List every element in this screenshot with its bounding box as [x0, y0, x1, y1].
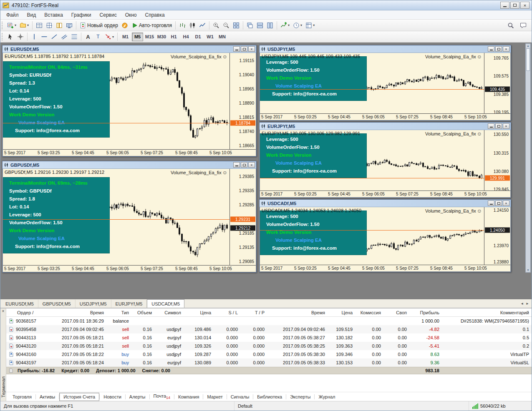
workspace-scrollbar[interactable]: ▲ ▼ — [525, 43, 531, 273]
toolbar-button-cursor[interactable] — [5, 32, 15, 42]
toolbar-button-candle-chart[interactable] — [187, 20, 197, 30]
toolbar-button-indicators[interactable]: ▾ — [279, 20, 291, 30]
toolbar-button-metaeditor[interactable] — [120, 20, 130, 30]
chart-minimize-button[interactable] — [233, 46, 240, 52]
toolbar-button-vertical-line[interactable] — [29, 32, 39, 42]
terminal-tab-Новости[interactable]: Новости — [100, 393, 125, 401]
toolbar-button-trend-line[interactable] — [49, 32, 59, 42]
maximize-button[interactable] — [510, 2, 519, 9]
scroll-down-icon[interactable]: ▼ — [527, 268, 529, 272]
toolbar-button-line-chart[interactable] — [197, 20, 207, 30]
toolbar-button-crosshair[interactable] — [15, 32, 25, 42]
menu-item-Справка[interactable]: Справка — [141, 11, 169, 19]
column-header-13[interactable]: Комментарий — [442, 310, 532, 315]
toolbar-button-zoom-in[interactable] — [211, 20, 221, 30]
terminal-tab-Библиотека[interactable]: Библиотека — [253, 393, 286, 401]
column-header-11[interactable]: Своп — [383, 310, 409, 315]
chart-tab-USDJPYf,M5[interactable]: USDJPYf,M5 — [76, 300, 111, 308]
terminal-tab-Торговля[interactable]: Торговля — [9, 393, 35, 401]
chart-close-button[interactable]: × — [503, 123, 509, 129]
chart-tab-USDCADf,M5[interactable]: USDCADf,M5 — [147, 299, 184, 308]
chart-window-titlebar[interactable]: GBPUSDf,M5× — [3, 161, 256, 169]
toolbar-button-periods[interactable]: ▾ — [291, 20, 304, 30]
chart-minimize-button[interactable] — [488, 200, 494, 206]
terminal-tab-Компания[interactable]: Компания — [174, 393, 203, 401]
chart-restore-button[interactable] — [241, 162, 247, 168]
chart-close-button[interactable]: × — [248, 162, 255, 168]
toolbar-button-autotrading[interactable]: Авто-торговля — [130, 20, 174, 30]
timeframe-H4[interactable]: H4 — [180, 33, 192, 41]
timeframe-H1[interactable]: H1 — [168, 33, 179, 41]
column-header-10[interactable]: Комиссия — [355, 310, 383, 315]
toolbar-button-fibonacci[interactable] — [69, 32, 79, 42]
menu-item-Файл[interactable]: Файл — [2, 11, 23, 19]
toolbar-button-new-chart[interactable]: ▾ — [5, 20, 18, 30]
chart-plot-area[interactable]: TerminalMonitor ON, 69ms, ~28msSymbol: G… — [3, 169, 230, 265]
chart-plot-area[interactable]: TerminalMonitor ON, 84ms, ~31msSymbol: E… — [3, 53, 230, 149]
chart-window-titlebar[interactable]: EURJPYf,M5× — [260, 123, 511, 130]
chart-close-button[interactable]: × — [503, 46, 509, 52]
terminal-tab-История Счета[interactable]: История Счета — [59, 393, 99, 401]
terminal-tab-Сигналы[interactable]: Сигналы — [227, 393, 253, 401]
status-profile[interactable]: Default — [234, 401, 469, 411]
timeframe-M15[interactable]: M15 — [144, 33, 155, 41]
chart-plot-area[interactable]: Leverage: 500VolumeOrderFlow: 1.50Work D… — [260, 130, 484, 190]
terminal-tab-Эксперты[interactable]: Эксперты — [286, 393, 314, 401]
toolbar-button-tile-horizontal[interactable] — [255, 20, 265, 30]
toolbar-button-equidistant-channel[interactable] — [59, 32, 69, 42]
toolbar-button-text-label[interactable]: T — [93, 32, 103, 42]
chart-window-titlebar[interactable]: USDJPYf,M5× — [260, 45, 511, 53]
menu-item-Графики[interactable]: Графики — [67, 11, 96, 19]
minimize-button[interactable] — [500, 2, 509, 9]
column-header-7[interactable]: T / P — [240, 310, 267, 315]
chart-restore-button[interactable] — [241, 46, 247, 52]
toolbar-button-tile-windows[interactable] — [231, 20, 241, 30]
terminal-tab-Алерты[interactable]: Алерты — [126, 393, 149, 401]
column-header-6[interactable]: S / L — [214, 310, 240, 315]
chart-plot-area[interactable]: Leverage: 500VolumeOrderFlow: 1.50Work D… — [260, 53, 484, 113]
chart-plot-area[interactable]: Leverage: 500VolumeOrderFlow: 1.50Work D… — [260, 207, 484, 265]
chart-restore-button[interactable] — [495, 200, 502, 206]
menu-item-Вставка[interactable]: Вставка — [40, 11, 67, 19]
chart-restore-button[interactable] — [495, 46, 502, 52]
column-header-0[interactable]: Ордер / — [6, 310, 52, 315]
toolbar-button-community[interactable] — [518, 20, 528, 30]
tabs-scroll-left-button[interactable]: ◄ — [520, 302, 524, 306]
timeframe-D1[interactable]: D1 — [192, 33, 204, 41]
column-header-9[interactable]: Цена — [328, 310, 355, 315]
timeframe-M5[interactable]: M5 — [132, 33, 143, 41]
chart-minimize-button[interactable] — [233, 162, 240, 168]
history-row[interactable]: 903681572017.09.01 18:36:29balance1 000.… — [6, 317, 532, 325]
toolbar-button-market-watch[interactable] — [34, 20, 44, 30]
toolbar-drag-handle[interactable] — [2, 33, 3, 40]
chart-tab-EURUSDf,M5[interactable]: EURUSDf,M5 — [1, 300, 38, 308]
toolbar-button-templates[interactable]: ▾ — [304, 20, 316, 30]
terminal-tab-Журнал[interactable]: Журнал — [315, 393, 339, 401]
toolbar-button-search[interactable] — [506, 20, 516, 30]
chart-close-button[interactable]: × — [503, 200, 509, 206]
history-row[interactable]: 904431972017.09.05 05:18:24buy0.16eurjpy… — [6, 358, 532, 367]
history-row[interactable]: 904431202017.09.05 05:18:21sell0.16usdjp… — [6, 342, 532, 350]
history-row[interactable]: 904431602017.09.05 05:18:22buy0.16usdjpy… — [6, 350, 532, 358]
toolbar-button-profiles[interactable]: ▾ — [18, 20, 30, 30]
terminal-tab-Активы[interactable]: Активы — [36, 393, 59, 401]
history-row[interactable]: 904431132017.09.05 05:18:21sell0.16eurjp… — [6, 333, 532, 342]
chart-tab-EURJPYf,M5[interactable]: EURJPYf,M5 — [111, 300, 147, 308]
timeframe-MN[interactable]: MN — [217, 33, 228, 41]
toolbar-button-navigator[interactable] — [54, 20, 64, 30]
terminal-tab-Маркет[interactable]: Маркет — [203, 393, 226, 401]
chart-close-button[interactable]: × — [248, 46, 255, 52]
chart-window-titlebar[interactable]: EURUSDf,M5× — [3, 45, 256, 53]
column-header-2[interactable]: Тип — [106, 310, 131, 315]
tabs-scroll-right-button[interactable]: ► — [526, 302, 529, 306]
terminal-close-button[interactable]: × — [2, 308, 5, 314]
scrollbar-thumb[interactable] — [526, 48, 530, 71]
close-button[interactable]: × — [520, 2, 529, 9]
menu-item-Сервис[interactable]: Сервис — [96, 11, 121, 19]
toolbar-button-zoom-out[interactable] — [221, 20, 231, 30]
toolbar-button-new-order[interactable]: Новый ордер — [78, 20, 120, 30]
terminal-tab-Почта[interactable]: Почта14 — [150, 392, 174, 401]
timeframe-M1[interactable]: M1 — [120, 33, 131, 41]
toolbar-button-cascade-windows[interactable] — [245, 20, 255, 30]
timeframe-M30[interactable]: M30 — [156, 33, 167, 41]
